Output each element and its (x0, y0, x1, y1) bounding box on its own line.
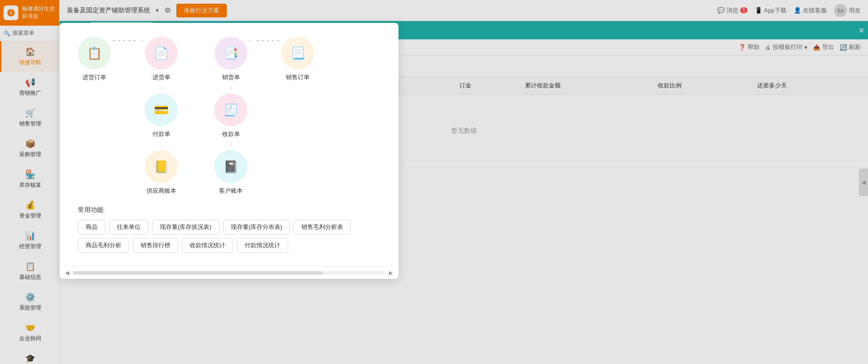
func-btn-product[interactable]: 商品 (78, 220, 105, 234)
purchase-order-icon: 📋 (87, 46, 102, 60)
func-btn-product-profit[interactable]: 商品毛利分析 (78, 238, 129, 253)
flow-label-receipt: 收款单 (222, 130, 240, 138)
flow-node-supplier-account[interactable]: 📒 (145, 150, 178, 183)
popup-content: 📋 进货订单 → 📄 进货单 ↓ (60, 23, 399, 266)
func-btn-sales-profit[interactable]: 销售毛利分析表 (294, 220, 351, 234)
flow-label-sales-bill: 销货单 (222, 73, 240, 81)
common-functions: 常用功能 商品 往来单位 现存量(库存状况表) 现存量(库存分布表) 销售毛利分… (78, 206, 380, 253)
scrollbar-track[interactable] (73, 271, 385, 275)
flow-node-purchase-bill[interactable]: 📄 (145, 37, 178, 70)
flow-node-receipt[interactable]: 🧾 (214, 93, 247, 126)
purchase-bill-icon: 📄 (154, 46, 169, 60)
func-btn-receipt-stat[interactable]: 收款情况统计 (182, 238, 233, 253)
flow-node-purchase-order[interactable]: 📋 (78, 37, 111, 70)
function-btns: 商品 往来单位 现存量(库存状况表) 现存量(库存分布表) 销售毛利分析表 商品… (78, 220, 380, 253)
payment-icon: 💳 (154, 103, 169, 117)
flow-label-supplier-account: 供应商账本 (147, 187, 176, 195)
main-content: 装备及固定资产辅助管理系统 ▾ ⚙ 体验行业方案 💬 消息 5 📱 App下载 … (60, 0, 868, 364)
customer-icon: 📓 (224, 160, 238, 174)
flow-label-purchase-order: 进货订单 (82, 73, 106, 81)
popup-scrollbar: ◀ ▶ (60, 266, 399, 279)
supplier-icon: 📒 (154, 160, 169, 174)
func-btn-partner[interactable]: 往来单位 (109, 220, 148, 234)
func-btn-stock-dist[interactable]: 现存量(库存分布表) (223, 220, 290, 234)
scroll-right-icon[interactable]: ▶ (389, 270, 393, 276)
sales-bill-icon: 📑 (224, 46, 238, 60)
flow-node-sales-order[interactable]: 📃 (281, 37, 314, 70)
flow-node-payment[interactable]: 💳 (145, 93, 178, 126)
common-functions-title: 常用功能 (78, 206, 380, 214)
flow-label-customer-account: 客户账本 (219, 187, 243, 195)
scrollbar-thumb (73, 271, 323, 275)
flow-label-payment: 付款单 (153, 130, 170, 138)
receipt-icon: 🧾 (224, 103, 238, 117)
sales-order-icon: 📃 (290, 46, 305, 60)
popup: 📋 进货订单 → 📄 进货单 ↓ (60, 23, 399, 279)
func-btn-payment-stat[interactable]: 付款情况统计 (237, 238, 288, 253)
flow-node-sales-bill[interactable]: 📑 (214, 37, 247, 70)
func-btn-stock-status[interactable]: 现存量(库存状况表) (152, 220, 219, 234)
flow-node-customer-account[interactable]: 📓 (214, 150, 247, 183)
flow-label-purchase-bill: 进货单 (153, 73, 170, 81)
flow-label-sales-order: 销售订单 (286, 73, 310, 81)
scroll-left-icon[interactable]: ◀ (65, 270, 69, 276)
func-btn-sales-rank[interactable]: 销售排行榜 (133, 238, 178, 253)
